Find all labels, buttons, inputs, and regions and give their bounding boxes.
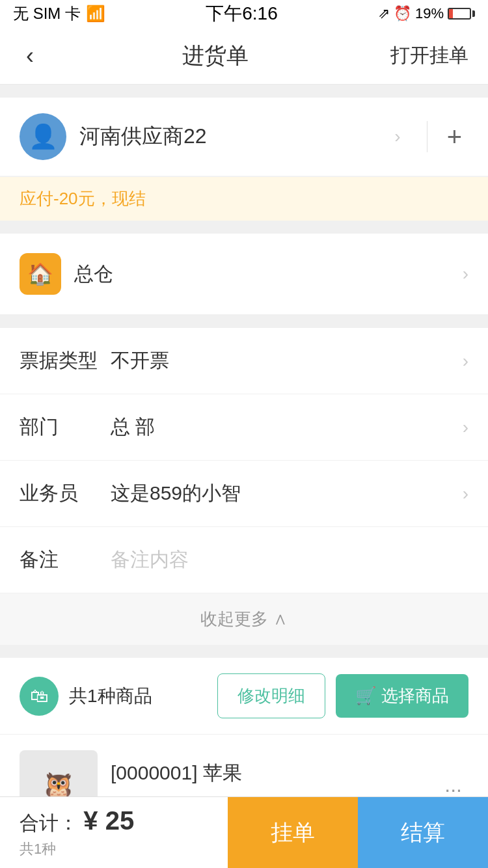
salesperson-chevron-icon: › bbox=[463, 483, 468, 504]
collapse-bar[interactable]: 收起更多 ∧ bbox=[0, 593, 488, 645]
warehouse-icon: 🏠 bbox=[27, 262, 53, 286]
location-icon: ⇗ bbox=[378, 5, 390, 22]
total-main: 合计： ¥ 25 bbox=[20, 806, 208, 837]
invoice-type-chevron-icon: › bbox=[463, 351, 468, 372]
select-product-icon: 🛒 bbox=[355, 686, 376, 706]
battery-level: 19% bbox=[415, 5, 444, 22]
content: 👤 河南供应商22 › + 应付-20元，现结 🏠 总仓 › 票据类型 不开票 … bbox=[0, 85, 488, 868]
total-label: 合计： bbox=[20, 812, 78, 834]
status-right: ⇗ ⏰ 19% bbox=[378, 5, 475, 22]
wifi-icon: 📶 bbox=[86, 5, 105, 23]
total-amount: ¥ 25 bbox=[83, 806, 134, 835]
status-time: 下午6:16 bbox=[206, 1, 278, 26]
department-label: 部门 bbox=[20, 414, 98, 441]
vertical-divider bbox=[427, 121, 427, 152]
edit-detail-button[interactable]: 修改明细 bbox=[217, 673, 325, 718]
product-name: [0000001] 苹果 bbox=[111, 760, 438, 787]
department-value: 总 部 bbox=[98, 414, 463, 441]
warehouse-icon-wrapper: 🏠 bbox=[20, 253, 61, 295]
hold-label: 挂单 bbox=[271, 818, 315, 848]
supplier-chevron-icon: › bbox=[394, 126, 400, 147]
notice-bar: 应付-20元，现结 bbox=[0, 176, 488, 221]
warehouse-row[interactable]: 🏠 总仓 › bbox=[0, 234, 488, 315]
remark-placeholder: 备注内容 bbox=[98, 547, 468, 573]
form-section: 票据类型 不开票 › 部门 总 部 › 业务员 这是859的小智 › 备注 备注… bbox=[0, 328, 488, 593]
department-chevron-icon: › bbox=[463, 417, 468, 438]
invoice-type-label: 票据类型 bbox=[20, 347, 98, 374]
invoice-type-row[interactable]: 票据类型 不开票 › bbox=[0, 328, 488, 394]
section-gap-2 bbox=[0, 221, 488, 234]
salesperson-value: 这是859的小智 bbox=[98, 480, 463, 507]
supplier-avatar: 👤 bbox=[20, 113, 66, 160]
total-sub: 共1种 bbox=[20, 839, 208, 859]
warehouse-chevron-icon: › bbox=[463, 264, 468, 284]
bottom-total: 合计： ¥ 25 共1种 bbox=[0, 806, 228, 859]
section-gap-3 bbox=[0, 315, 488, 328]
alarm-icon: ⏰ bbox=[394, 5, 411, 22]
battery-icon bbox=[448, 8, 475, 20]
nav-bar: ‹ 进货单 打开挂单 bbox=[0, 27, 488, 85]
bottom-bar: 合计： ¥ 25 共1种 挂单 结算 bbox=[0, 796, 488, 868]
product-code: [0000001] 苹果 bbox=[111, 762, 242, 783]
salesperson-label: 业务员 bbox=[20, 480, 98, 507]
section-gap-1 bbox=[0, 85, 488, 98]
invoice-type-value: 不开票 bbox=[98, 347, 463, 374]
select-product-button[interactable]: 🛒 选择商品 bbox=[336, 674, 468, 718]
supplier-name: 河南供应商22 bbox=[79, 122, 394, 151]
no-sim-label: 无 SIM 卡 bbox=[13, 3, 81, 24]
back-button[interactable]: ‹ bbox=[20, 36, 40, 76]
supplier-card: 👤 河南供应商22 › + 应付-20元，现结 bbox=[0, 98, 488, 221]
open-hold-button[interactable]: 打开挂单 bbox=[390, 42, 468, 69]
products-header: 🛍 共1种商品 修改明细 🛒 选择商品 bbox=[0, 658, 488, 735]
hold-button[interactable]: 挂单 bbox=[228, 797, 358, 869]
notice-text: 应付-20元，现结 bbox=[20, 189, 146, 208]
products-count: 共1种商品 bbox=[69, 684, 217, 709]
products-icon-wrapper: 🛍 bbox=[20, 677, 59, 716]
checkout-label: 结算 bbox=[401, 818, 445, 848]
page-title: 进货单 bbox=[182, 41, 249, 71]
remark-label: 备注 bbox=[20, 547, 98, 573]
salesperson-row[interactable]: 业务员 这是859的小智 › bbox=[0, 461, 488, 527]
supplier-row[interactable]: 👤 河南供应商22 › + bbox=[0, 98, 488, 176]
add-supplier-button[interactable]: + bbox=[441, 122, 468, 152]
select-product-label: 选择商品 bbox=[381, 685, 449, 707]
supplier-avatar-icon: 👤 bbox=[29, 123, 58, 150]
status-bar: 无 SIM 卡 📶 下午6:16 ⇗ ⏰ 19% bbox=[0, 0, 488, 27]
collapse-label: 收起更多 ∧ bbox=[200, 608, 287, 631]
section-gap-4 bbox=[0, 645, 488, 658]
warehouse-label: 总仓 bbox=[74, 261, 463, 288]
shopping-bag-icon: 🛍 bbox=[30, 685, 48, 707]
checkout-button[interactable]: 结算 bbox=[358, 797, 488, 869]
department-row[interactable]: 部门 总 部 › bbox=[0, 394, 488, 461]
status-left: 无 SIM 卡 📶 bbox=[13, 3, 105, 24]
remark-row[interactable]: 备注 备注内容 bbox=[0, 527, 488, 593]
